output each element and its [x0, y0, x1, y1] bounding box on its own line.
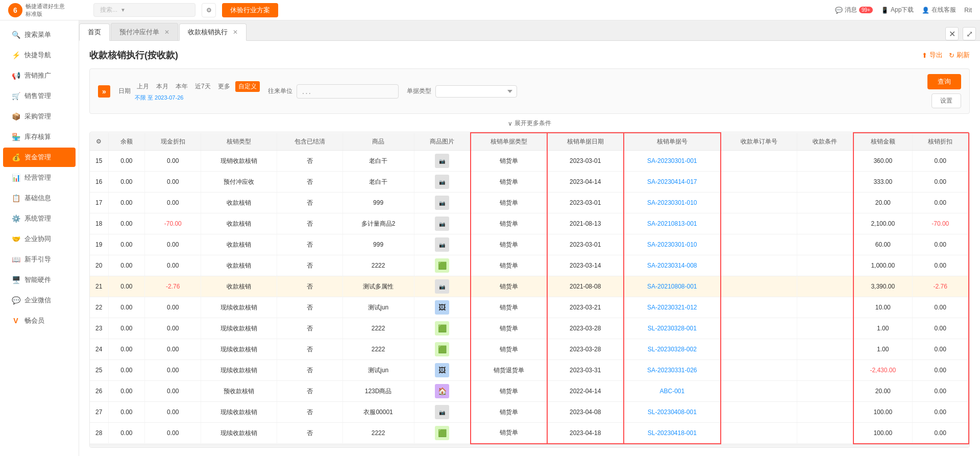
counterparty-input[interactable]: ... [297, 84, 399, 99]
sidebar-item-enterprise[interactable]: 🤝 企业协同 [3, 229, 76, 249]
sidebar-item-business[interactable]: 📊 经营管理 [3, 168, 76, 187]
tab-prepay[interactable]: 预付冲应付单 ✕ [111, 23, 178, 40]
bill-type-filter-group: 单据类型 [407, 85, 517, 98]
setting-button[interactable]: 设置 [932, 93, 961, 108]
cell-cash-discount: 0.00 [145, 193, 201, 213]
top-bar: 6 畅捷通谱好生意 标准版 搜索... ▼ ⚙ 休验行业方案 💬 消息 99+ … [0, 0, 980, 20]
table-row: 15 0.00 0.00 现销收款核销 否 老白干 📷 销货单 2023-03-… [90, 151, 969, 172]
tab-close-all-btn[interactable]: ✕ [945, 27, 959, 40]
col-header-gear[interactable]: ⚙ [90, 133, 108, 151]
bill-type-select[interactable] [435, 85, 517, 98]
cell-goods-img: 🖼 [414, 360, 471, 381]
online-service-btn[interactable]: 👤 在线客服 [922, 6, 956, 14]
page-content: 收款核销执行(按收款) ⬆ 导出 ↻ 刷新 » 日期 [79, 41, 980, 456]
app-download-btn[interactable]: 📱 App下载 [881, 6, 914, 14]
cell-bill-date: 2023-04-14 [547, 172, 624, 193]
filter-expand-btn[interactable]: » [98, 85, 110, 98]
tab-home[interactable]: 首页 [79, 23, 110, 41]
tab-expand-btn[interactable]: ⤢ [963, 27, 976, 40]
sidebar-item-sales[interactable]: 🛒 销售管理 [3, 86, 76, 106]
sidebar-item-hardware[interactable]: 🖥️ 智能硬件 [3, 270, 76, 290]
cell-bill-report-type: 销货单 [471, 234, 547, 255]
sidebar-item-member[interactable]: V 畅会员 [3, 311, 76, 330]
sidebar-item-search[interactable]: 🔍 搜索菜单 [3, 25, 76, 44]
cell-receipt-cond [797, 360, 853, 381]
cell-cash-discount: 0.00 [145, 423, 201, 444]
bill-no-link[interactable]: SA-20230414-017 [647, 178, 697, 185]
message-btn[interactable]: 💬 消息 99+ [835, 6, 873, 14]
settings-gear-btn[interactable]: ⚙ [202, 3, 216, 17]
cell-cancel-discount: 0.00 [912, 339, 969, 360]
cell-bill-date: 2023-03-01 [547, 234, 624, 255]
sidebar-item-inventory[interactable]: 🏪 库存核算 [3, 127, 76, 147]
more-btn[interactable]: 更多 [216, 81, 232, 92]
sidebar-item-label: 搜索菜单 [24, 30, 51, 39]
expand-more-conditions[interactable]: ∨ 展开更多条件 [89, 119, 970, 128]
sidebar-item-purchase[interactable]: 📦 采购管理 [3, 107, 76, 126]
custom-date-btn[interactable]: 自定义 [235, 81, 260, 92]
cell-receipt-order [721, 423, 797, 444]
sidebar-item-basic[interactable]: 📋 基础信息 [3, 188, 76, 208]
bill-no-link[interactable]: SA-20230301-010 [647, 241, 697, 248]
bill-no-link[interactable]: SA-20230314-008 [647, 262, 697, 269]
this-month-btn[interactable]: 本月 [154, 81, 170, 92]
bill-no-link[interactable]: SA-20230301-010 [647, 199, 697, 206]
bill-no-link[interactable]: SA-20230301-001 [647, 157, 697, 164]
export-button[interactable]: ⬆ 导出 [922, 51, 943, 60]
table-row: 20 0.00 0.00 收款核销 否 2222 🟩 销货单 2023-03-1… [90, 255, 969, 276]
cell-include-settled: 否 [277, 193, 342, 213]
bill-no-link[interactable]: SA-20230331-026 [647, 367, 697, 374]
business-icon: 📊 [11, 173, 20, 182]
cell-goods-img: 📷 [414, 193, 471, 213]
cell-bill-report-type: 销货单 [471, 402, 547, 423]
basic-icon: 📋 [11, 194, 20, 203]
last7-btn[interactable]: 近7天 [193, 81, 213, 92]
cell-cash-discount: 0.00 [145, 151, 201, 172]
bill-no-link[interactable]: ABC-001 [659, 388, 684, 395]
table-row: 26 0.00 0.00 预收款核销 否 123D商品 🏠 销货单 2022-0… [90, 381, 969, 402]
cell-cancel-type: 预付冲应收 [201, 172, 277, 193]
last-month-btn[interactable]: 上月 [135, 81, 151, 92]
date-options: 上月 本月 本年 近7天 更多 自定义 [135, 81, 260, 92]
bill-no-link[interactable]: SA-20230321-012 [647, 304, 697, 311]
cell-receipt-cond [797, 381, 853, 402]
cell-goods: 2222 [342, 339, 414, 360]
sidebar-item-guide[interactable]: 📖 新手引导 [3, 250, 76, 269]
cell-bill-date: 2023-03-01 [547, 193, 624, 213]
refresh-button[interactable]: ↻ 刷新 [949, 51, 970, 60]
sidebar-item-marketing[interactable]: 📢 营销推广 [3, 66, 76, 85]
query-button[interactable]: 查询 [927, 74, 961, 89]
cell-cancel-type: 现续收款核销 [201, 297, 277, 318]
sidebar-item-finance[interactable]: 💰 资金管理 [3, 148, 76, 167]
sidebar-item-quicknav[interactable]: ⚡ 快捷导航 [3, 45, 76, 65]
cell-bill-report-type: 销货单 [471, 151, 547, 172]
bill-no-link[interactable]: SA-20210813-001 [647, 220, 697, 227]
cell-balance: 0.00 [108, 213, 145, 234]
industry-solution-button[interactable]: 休验行业方案 [222, 3, 278, 17]
bill-no-link[interactable]: SL-20230408-001 [648, 409, 697, 416]
cell-cash-discount: 0.00 [145, 234, 201, 255]
tab-prepay-close-icon[interactable]: ✕ [164, 29, 169, 36]
tab-receivable-close-icon[interactable]: ✕ [233, 29, 238, 36]
cell-seq: 26 [90, 381, 108, 402]
bill-no-link[interactable]: SA-20210808-001 [647, 283, 697, 290]
tab-receivable[interactable]: 收款核销执行 ✕ [179, 23, 247, 41]
cell-cash-discount: 0.00 [145, 360, 201, 381]
bill-no-link[interactable]: SL-20230328-001 [648, 325, 697, 332]
bill-no-link[interactable]: SL-20230418-001 [648, 429, 697, 437]
cell-bill-no: SA-20230301-010 [624, 234, 721, 255]
cell-bill-date: 2023-04-08 [547, 402, 624, 423]
top-search-box[interactable]: 搜索... ▼ [93, 3, 195, 17]
bill-no-link[interactable]: SL-20230328-002 [648, 346, 697, 353]
col-header-cancel-type: 核销类型 [201, 133, 277, 151]
date-filter-group: 日期 上月 本月 本年 近7天 更多 自定义 不限 至 2023-07-26 [118, 81, 260, 102]
sidebar-item-wechat[interactable]: 💬 企业微信 [3, 291, 76, 310]
sidebar-item-system[interactable]: ⚙️ 系统管理 [3, 209, 76, 228]
cell-cancel-discount: 0.00 [912, 193, 969, 213]
cell-cancel-amount: 1,000.00 [853, 255, 912, 276]
cell-bill-report-type: 销货单 [471, 213, 547, 234]
cell-receipt-order [721, 234, 797, 255]
this-year-btn[interactable]: 本年 [174, 81, 190, 92]
cell-include-settled: 否 [277, 213, 342, 234]
cell-goods: 多计量商品2 [342, 213, 414, 234]
